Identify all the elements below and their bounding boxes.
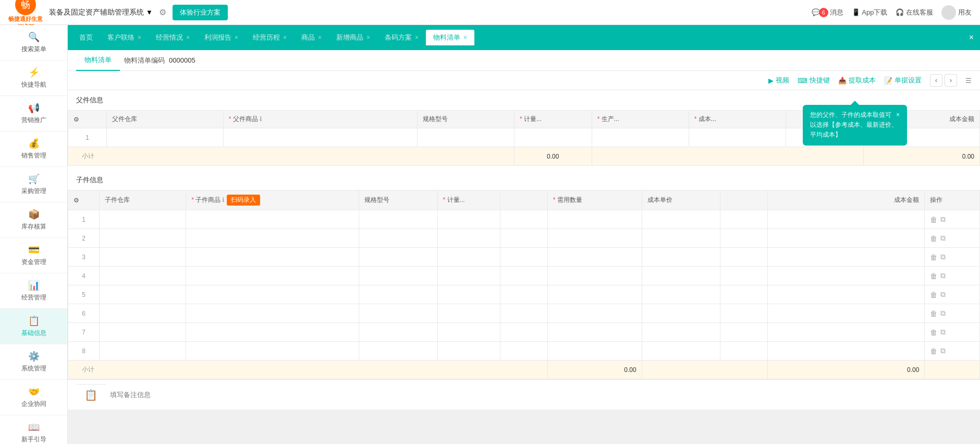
child-row-warehouse-1[interactable] xyxy=(100,210,186,229)
child-row-spec-6[interactable] xyxy=(359,304,437,323)
sidebar-item-basic-info[interactable]: 📋 基础信息 xyxy=(0,309,67,344)
delete-icon-2[interactable]: 🗑 xyxy=(930,234,937,243)
child-row-unitcost-5[interactable] xyxy=(642,285,720,304)
child-row-spec-4[interactable] xyxy=(359,267,437,285)
sidebar-item-marketing[interactable]: 📢 营销推广 xyxy=(0,96,67,131)
experience-btn[interactable]: 体验行业方案 xyxy=(173,5,228,20)
child-row-warehouse-5[interactable] xyxy=(100,285,186,304)
child-row-qty-6[interactable] xyxy=(547,304,642,323)
delete-icon-1[interactable]: 🗑 xyxy=(930,215,937,224)
delete-icon-6[interactable]: 🗑 xyxy=(930,309,937,318)
video-btn[interactable]: ▶ 视频 xyxy=(768,76,789,85)
child-row-goods-1[interactable] xyxy=(186,210,359,229)
sidebar-item-search[interactable]: 🔍 搜索菜单 xyxy=(0,25,67,61)
child-row-qty-8[interactable] xyxy=(547,342,642,361)
tab-close-bom[interactable]: × xyxy=(463,34,467,41)
tab-history[interactable]: 经营历程 × xyxy=(246,30,294,45)
child-row-spec-7[interactable] xyxy=(359,323,437,342)
sidebar-item-system[interactable]: ⚙️ 系统管理 xyxy=(0,344,67,380)
sub-tab-bom-list[interactable]: 物料清单 xyxy=(76,50,120,71)
child-row-goods-5[interactable] xyxy=(186,285,359,304)
sidebar-item-purchase[interactable]: 🛒 采购管理 xyxy=(0,167,67,202)
child-row-spec-2[interactable] xyxy=(359,229,437,248)
child-row-qty-2[interactable] xyxy=(547,229,642,248)
child-row-goods-3[interactable] xyxy=(186,248,359,267)
parent-row-cost-1[interactable] xyxy=(689,128,786,147)
child-row-unit-2[interactable] xyxy=(437,229,500,248)
app-download-btn[interactable]: 📱 App下载 xyxy=(852,8,887,17)
gear-icon[interactable]: ⚙ xyxy=(74,116,79,123)
delete-icon-4[interactable]: 🗑 xyxy=(930,272,937,280)
copy-icon-4[interactable]: ⧉ xyxy=(940,271,946,280)
sidebar-item-finance[interactable]: 💳 资金管理 xyxy=(0,238,67,273)
sidebar-item-guide[interactable]: 📖 新手引导 xyxy=(0,415,67,444)
child-row-warehouse-2[interactable] xyxy=(100,229,186,248)
child-row-spec-5[interactable] xyxy=(359,285,437,304)
copy-icon-5[interactable]: ⧉ xyxy=(940,290,946,299)
tab-profit[interactable]: 利润报告 × xyxy=(197,30,246,45)
child-row-spec-3[interactable] xyxy=(359,248,437,267)
delete-icon-5[interactable]: 🗑 xyxy=(930,291,937,299)
child-row-unit-6[interactable] xyxy=(437,304,500,323)
child-row-unitcost-2[interactable] xyxy=(642,229,720,248)
tab-close-goods[interactable]: × xyxy=(318,34,322,41)
child-row-unit-3[interactable] xyxy=(437,248,500,267)
tab-close-history[interactable]: × xyxy=(283,34,287,41)
copy-icon-8[interactable]: ⧉ xyxy=(940,346,946,355)
extract-cost-btn[interactable]: 📥 提取成本 xyxy=(838,76,876,85)
tab-close-barcode[interactable]: × xyxy=(415,34,419,41)
child-row-unit-4[interactable] xyxy=(437,267,500,285)
child-row-warehouse-7[interactable] xyxy=(100,323,186,342)
system-selector[interactable]: 装备及固定资产辅助管理系统 ▼ xyxy=(49,8,153,17)
child-row-warehouse-6[interactable] xyxy=(100,304,186,323)
child-row-goods-8[interactable] xyxy=(186,342,359,361)
child-row-unitcost-3[interactable] xyxy=(642,248,720,267)
tab-close-profit[interactable]: × xyxy=(235,34,238,41)
parent-row-spec-1[interactable] xyxy=(417,128,514,147)
parent-row-warehouse-1[interactable] xyxy=(107,128,223,147)
tab-goods[interactable]: 商品 × xyxy=(294,30,329,45)
tab-close-operations[interactable]: × xyxy=(186,34,190,41)
child-row-unit-1[interactable] xyxy=(437,210,500,229)
tab-close-customer[interactable]: × xyxy=(138,34,141,41)
page-next-btn[interactable]: › xyxy=(945,74,957,87)
child-row-unitcost-1[interactable] xyxy=(642,210,720,229)
child-row-warehouse-3[interactable] xyxy=(100,248,186,267)
tab-barcode[interactable]: 条码方案 × xyxy=(377,30,426,45)
child-row-unitcost-4[interactable] xyxy=(642,267,720,285)
tab-operations[interactable]: 经营情况 × xyxy=(149,30,197,45)
copy-icon-3[interactable]: ⧉ xyxy=(940,253,946,261)
scan-input-btn[interactable]: 扫码录入 xyxy=(227,195,260,206)
sidebar-item-inventory[interactable]: 📦 库存核算 xyxy=(0,202,67,238)
tooltip-close-btn[interactable]: × xyxy=(896,110,900,120)
grid-view-btn[interactable]: ☰ xyxy=(965,77,972,85)
info-icon-parent[interactable]: ℹ xyxy=(260,115,262,123)
child-row-warehouse-4[interactable] xyxy=(100,267,186,285)
child-row-unitcost-7[interactable] xyxy=(642,323,720,342)
child-row-goods-2[interactable] xyxy=(186,229,359,248)
child-row-spec-1[interactable] xyxy=(359,210,437,229)
child-row-qty-5[interactable] xyxy=(547,285,642,304)
info-icon-child[interactable]: ℹ xyxy=(222,196,225,203)
tab-close-new-goods[interactable]: × xyxy=(366,34,370,41)
delete-icon-8[interactable]: 🗑 xyxy=(930,347,937,355)
parent-row-production-1[interactable] xyxy=(592,128,689,147)
child-row-spec-8[interactable] xyxy=(359,342,437,361)
child-row-qty-7[interactable] xyxy=(547,323,642,342)
child-row-unit-5[interactable] xyxy=(437,285,500,304)
settings-icon[interactable]: ⚙ xyxy=(159,7,166,17)
child-row-qty-1[interactable] xyxy=(547,210,642,229)
tab-customer[interactable]: 客户联络 × xyxy=(100,30,149,45)
child-gear-icon[interactable]: ⚙ xyxy=(74,197,79,204)
copy-icon-6[interactable]: ⧉ xyxy=(940,309,946,318)
delete-icon-3[interactable]: 🗑 xyxy=(930,253,937,261)
online-service-btn[interactable]: 🎧 在线客服 xyxy=(896,8,933,17)
copy-icon-7[interactable]: ⧉ xyxy=(940,328,946,337)
user-area[interactable]: 用友 xyxy=(941,5,972,20)
child-row-unitcost-8[interactable] xyxy=(642,342,720,361)
copy-icon-1[interactable]: ⧉ xyxy=(940,215,946,224)
delete-icon-7[interactable]: 🗑 xyxy=(930,328,937,337)
sidebar-item-sales[interactable]: 💰 销售管理 xyxy=(0,131,67,167)
child-row-goods-7[interactable] xyxy=(186,323,359,342)
message-area[interactable]: 💬 6 消息 xyxy=(812,8,843,17)
